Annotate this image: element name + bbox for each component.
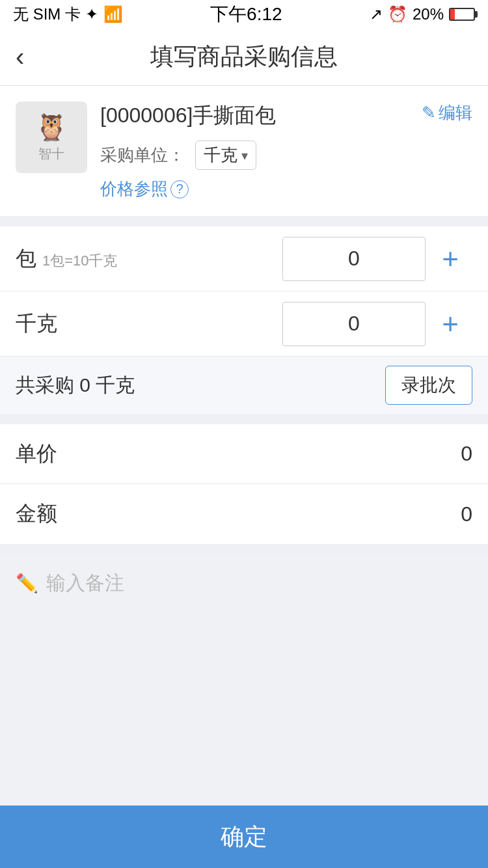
divider-1 xyxy=(0,216,488,226)
status-bar: 无 SIM 卡 ✦ 📶 下午6:12 ↗ ⏰ 20% xyxy=(0,0,488,29)
price-ref-link[interactable]: 价格参照 ? xyxy=(100,178,189,200)
pencil-icon: ✏️ xyxy=(16,573,38,594)
qty-input-bao[interactable] xyxy=(282,237,426,281)
qty-sub-bao: 1包=10千克 xyxy=(42,252,118,269)
plus-icon-kg: + xyxy=(442,308,459,340)
quantity-section: 包 1包=10千克 + 千克 + xyxy=(0,226,488,357)
status-right: ↗ ⏰ 20% xyxy=(370,5,475,23)
status-time: 下午6:12 xyxy=(210,2,282,27)
note-section[interactable]: ✏️ 输入备注 xyxy=(0,554,488,612)
quantity-row-kg: 千克 + xyxy=(0,292,488,357)
plus-icon-bao: + xyxy=(442,243,459,275)
batch-button[interactable]: 录批次 xyxy=(385,366,472,405)
amount-value: 0 xyxy=(461,502,472,526)
amount-label: 金额 xyxy=(16,500,461,528)
qty-label-kg: 千克 xyxy=(16,310,120,338)
nav-bar: ‹ 填写商品采购信息 xyxy=(0,29,488,86)
divider-2 xyxy=(0,414,488,424)
help-icon: ? xyxy=(170,180,189,198)
edit-icon: ✎ xyxy=(422,103,436,123)
price-ref-row: 价格参照 ? xyxy=(100,178,472,200)
back-button[interactable]: ‹ xyxy=(16,42,24,72)
qty-label-bao: 包 1包=10千克 xyxy=(16,245,120,273)
product-info: [0000006]手撕面包 采购单位： 千克 ▾ 价格参照 ? xyxy=(100,102,472,200)
battery-percent: 20% xyxy=(413,5,444,23)
qty-plus-bao[interactable]: + xyxy=(428,237,472,281)
product-name: [0000006]手撕面包 xyxy=(100,102,472,130)
product-card: 🦉 智十 [0000006]手撕面包 采购单位： 千克 ▾ 价格参照 ? ✎ 编… xyxy=(0,86,488,216)
qty-plus-kg[interactable]: + xyxy=(428,302,472,346)
location-icon: ↗ xyxy=(370,5,383,23)
wifi-icon: 📶 xyxy=(103,5,123,23)
quantity-row-bao: 包 1包=10千克 + xyxy=(0,226,488,292)
brand-text: 智十 xyxy=(38,145,64,163)
divider-3 xyxy=(0,544,488,554)
unit-price-row: 单价 0 xyxy=(0,424,488,484)
product-unit-row: 采购单位： 千克 ▾ xyxy=(100,141,472,170)
owl-icon: 🦉 xyxy=(35,112,68,142)
product-thumbnail: 🦉 智十 xyxy=(16,102,87,173)
unit-select[interactable]: 千克 ▾ xyxy=(195,141,256,170)
dropdown-arrow-icon: ▾ xyxy=(241,148,248,163)
total-row: 共采购 0 千克 录批次 xyxy=(0,357,488,414)
alarm-icon: ⏰ xyxy=(388,5,407,23)
price-ref-label: 价格参照 xyxy=(100,178,168,200)
unit-label: 采购单位： xyxy=(100,144,185,167)
qty-input-kg[interactable] xyxy=(282,302,426,346)
amount-row: 金额 0 xyxy=(0,484,488,544)
unit-price-label: 单价 xyxy=(16,440,461,468)
note-placeholder: 输入备注 xyxy=(46,570,124,597)
unit-value: 千克 xyxy=(204,144,237,167)
unit-price-value: 0 xyxy=(461,442,472,466)
confirm-button[interactable]: 确定 xyxy=(0,806,488,868)
page-title: 填写商品采购信息 xyxy=(150,41,338,73)
edit-label: 编辑 xyxy=(439,102,472,124)
status-left: 无 SIM 卡 ✦ 📶 xyxy=(13,4,123,25)
sim-status: 无 SIM 卡 ✦ xyxy=(13,4,98,25)
total-text: 共采购 0 千克 xyxy=(16,372,385,399)
battery-indicator xyxy=(449,8,475,21)
price-section: 单价 0 金额 0 xyxy=(0,424,488,544)
edit-link[interactable]: ✎ 编辑 xyxy=(422,102,472,124)
empty-area xyxy=(0,612,488,806)
